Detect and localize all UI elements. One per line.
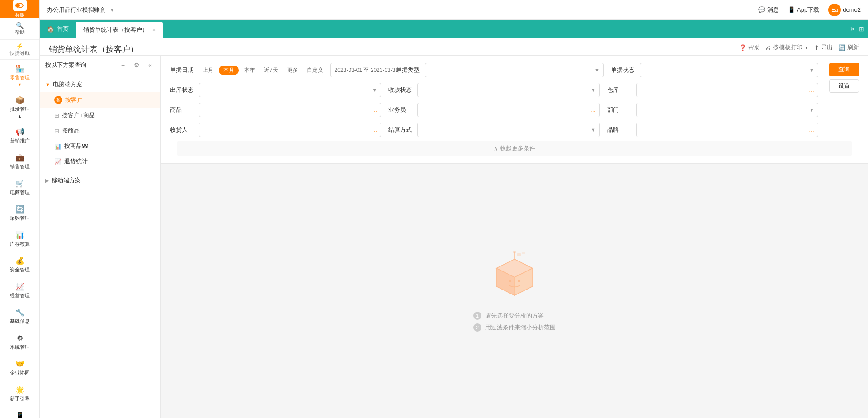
purchase-icon: 🔄 xyxy=(15,205,24,214)
sidebar-item-inventory[interactable]: 📊 库存核算 xyxy=(0,226,39,252)
topbar-dropdown-icon[interactable]: ▼ xyxy=(109,7,115,13)
date-this-year-btn[interactable]: 本年 xyxy=(241,65,259,76)
tab-close-icon[interactable]: × xyxy=(152,27,156,33)
sidebar-item-sales[interactable]: 💼 销售管理 xyxy=(0,149,39,175)
sidebar-item-enterprise-label: 企业协同 xyxy=(10,370,30,376)
sidebar-item-wholesale[interactable]: 📦 批发管理 ▲ xyxy=(0,91,39,123)
tree-child-customer-goods-label: 按客户+商品 xyxy=(62,111,95,119)
sidebar-item-retail[interactable]: 🏪 零售管理 ▼ xyxy=(0,60,39,91)
topbar-message-btn[interactable]: 💬 消息 xyxy=(758,6,779,14)
sales-input[interactable]: ... xyxy=(417,103,599,117)
help-btn[interactable]: ❓ 帮助 xyxy=(739,43,760,52)
tree-child-returns[interactable]: 📈 退货统计 xyxy=(40,154,160,169)
tree-child-goods-label: 按商品 xyxy=(62,127,80,135)
brand-input[interactable]: ... xyxy=(636,123,818,137)
tabbar-close-btn[interactable]: ✕ xyxy=(850,25,855,33)
empty-state: 1 请先选择要分析的方案 2 用过滤条件来缩小分析范围 xyxy=(161,164,868,418)
export-icon: ⬆ xyxy=(814,44,819,51)
tree-parent-mobile[interactable]: ▶ 移动端方案 xyxy=(40,173,160,188)
filter-container: 单据日期 上月 本月 本年 近7天 更多 自定义 xyxy=(161,56,868,164)
sidebar-quicknav[interactable]: ⚡ 快捷导航 xyxy=(0,40,39,60)
settings-scheme-btn[interactable]: ⚙ xyxy=(132,60,142,70)
refresh-icon: 🔄 xyxy=(838,44,845,51)
sidebar-item-marketing[interactable]: 📢 营销推广 xyxy=(0,123,39,149)
tree-child-customer-goods[interactable]: ⊞ 按客户+商品 xyxy=(40,108,160,123)
sidebar-item-enterprise[interactable]: 🤝 企业协同 xyxy=(0,355,39,381)
sidebar-item-appcenter[interactable]: 📱 应用中心 xyxy=(0,407,39,418)
wholesale-arrow-icon: ▲ xyxy=(18,114,22,119)
empty-tips: 1 请先选择要分析的方案 2 用过滤条件来缩小分析范围 xyxy=(473,312,556,332)
sidebar-search-item[interactable]: 🔍 帮助 xyxy=(0,18,39,40)
receiver-dots-icon[interactable]: ... xyxy=(372,126,377,133)
out-status-select[interactable]: ▼ xyxy=(199,83,381,97)
pay-status-select[interactable]: ▼ xyxy=(417,83,599,97)
collapse-more-btn[interactable]: ∧ 收起更多条件 xyxy=(177,141,852,156)
bill-status-label: 单据状态 xyxy=(611,66,636,74)
receiver-input[interactable]: ... xyxy=(199,123,381,137)
settlement-select[interactable]: ▼ xyxy=(417,123,599,137)
ecommerce-icon: 🛒 xyxy=(15,179,24,188)
bill-type-select[interactable]: ▼ xyxy=(425,63,604,77)
help-label: 帮助 xyxy=(748,43,760,52)
query-btn[interactable]: 查询 xyxy=(829,63,859,76)
template-print-btn[interactable]: 🖨 按模板打印 ▼ xyxy=(765,43,809,52)
tip-num-2: 2 xyxy=(473,323,481,332)
warehouse-dots-icon[interactable]: ... xyxy=(809,86,814,94)
sidebar-item-basic[interactable]: 🔧 基础信息 xyxy=(0,304,39,329)
tree-child-goods99[interactable]: 📊 按商品99 xyxy=(40,138,160,154)
date-more-btn[interactable]: 更多 xyxy=(283,65,302,76)
tabbar-expand-btn[interactable]: ⊞ xyxy=(859,25,864,33)
retail-icon: 🏪 xyxy=(15,64,24,73)
pay-status-label: 收款状态 xyxy=(388,86,414,94)
date-7days-btn[interactable]: 近7天 xyxy=(260,65,282,76)
warehouse-input[interactable]: ... xyxy=(636,83,818,97)
home-icon: 🏠 xyxy=(47,26,54,33)
goods-input[interactable]: ... xyxy=(199,103,381,117)
topbar-title: 办公用品行业模拟账套 xyxy=(47,6,106,14)
filter-row-1: 单据日期 上月 本月 本年 近7天 更多 自定义 xyxy=(170,63,818,77)
date-custom-btn[interactable]: 自定义 xyxy=(303,65,327,76)
sidebar-item-newuser[interactable]: 🌟 新手引导 xyxy=(0,381,39,407)
collapse-panel-btn[interactable]: « xyxy=(145,60,155,70)
print-arrow-icon: ▼ xyxy=(804,45,809,50)
logo-icon xyxy=(13,0,27,11)
sales-dots-icon[interactable]: ... xyxy=(590,106,596,114)
date-label: 单据日期 xyxy=(170,66,195,74)
sidebar-item-operations-label: 经营管理 xyxy=(10,292,30,299)
tab-sales-stats[interactable]: 销货单统计表（按客户） × xyxy=(76,22,163,38)
tree-child-by-customer[interactable]: 客 按客户 xyxy=(40,92,160,108)
export-btn[interactable]: ⬆ 导出 xyxy=(814,43,833,52)
topbar-user-area[interactable]: Ea demo2 xyxy=(828,4,861,16)
receiver-label: 收货人 xyxy=(170,126,195,134)
page-area: 销货单统计表（按客户） ❓ 帮助 🖨 按模板打印 ▼ ⬆ 导出 🔄 刷新 xyxy=(40,38,868,418)
collapse-label: 收起更多条件 xyxy=(500,144,535,152)
dept-chevron: ▼ xyxy=(809,107,814,113)
tab-home[interactable]: 🏠 首页 xyxy=(40,20,76,38)
goods-filter-item: 商品 ... xyxy=(170,103,381,117)
goods-dots-icon[interactable]: ... xyxy=(372,106,377,114)
sidebar-item-operations[interactable]: 📈 经营管理 xyxy=(0,278,39,304)
topbar-appdownload-btn[interactable]: 📱 App下载 xyxy=(788,6,819,14)
brand-dots-icon[interactable]: ... xyxy=(809,126,814,133)
sidebar-item-system[interactable]: ⚙ 系统管理 xyxy=(0,329,39,355)
system-icon: ⚙ xyxy=(17,334,23,342)
settings-btn[interactable]: 设置 xyxy=(829,79,859,93)
tip-num-1: 1 xyxy=(473,312,481,320)
bill-type-label: 单据类型 xyxy=(396,66,421,74)
sidebar-quicknav-label: 快捷导航 xyxy=(0,50,39,57)
dept-select[interactable]: ▼ xyxy=(636,103,818,117)
sidebar-item-finance[interactable]: 💰 资金管理 xyxy=(0,252,39,278)
date-this-month-btn[interactable]: 本月 xyxy=(219,66,239,75)
add-scheme-btn[interactable]: + xyxy=(118,60,128,70)
bill-status-select[interactable]: ▼ xyxy=(640,63,818,77)
tree-parent-desktop[interactable]: ▼ 电脑端方案 xyxy=(40,77,160,92)
sidebar-item-purchase[interactable]: 🔄 采购管理 xyxy=(0,200,39,226)
tree-parent-desktop-label: 电脑端方案 xyxy=(53,81,82,89)
filter-form-area: 单据日期 上月 本月 本年 近7天 更多 自定义 xyxy=(170,63,818,137)
page-title: 销货单统计表（按客户） xyxy=(49,44,138,55)
sidebar-item-ecommerce[interactable]: 🛒 电商管理 xyxy=(0,175,39,200)
tree-child-by-goods[interactable]: ⊟ 按商品 xyxy=(40,123,160,138)
bill-status-filter-item: 单据状态 ▼ xyxy=(611,63,818,77)
date-last-month-btn[interactable]: 上月 xyxy=(199,65,217,76)
refresh-btn[interactable]: 🔄 刷新 xyxy=(838,43,859,52)
